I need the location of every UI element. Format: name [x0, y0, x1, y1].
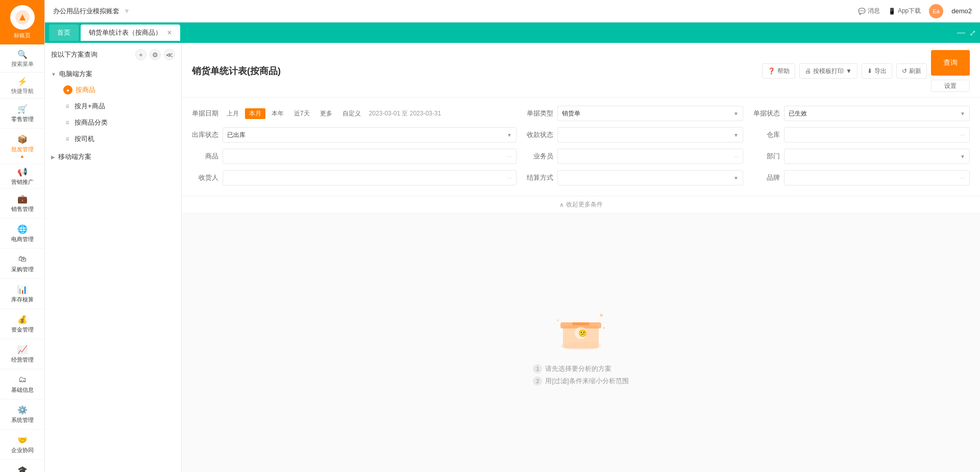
sidebar: 标账页 🔍 搜索菜单 ⚡ 快捷导航 🛒 零售管理 📦 批发管理 ▲ 📢 营销推广… [0, 0, 45, 472]
tree-section-pc-header[interactable]: ▼ 电脑端方案 [45, 66, 181, 82]
message-btn[interactable]: 💬 消息 [858, 7, 880, 15]
avatar[interactable]: Ea [929, 4, 943, 18]
sidebar-item-enterprise[interactable]: 🤝 企业协同 [0, 430, 44, 460]
finance-icon: 💰 [17, 314, 28, 324]
date-tab-this-year[interactable]: 本年 [267, 108, 288, 119]
payment-status-control[interactable]: ▼ [557, 127, 743, 143]
date-tab-more[interactable]: 更多 [316, 108, 336, 119]
by-goods-label: 按商品 [76, 85, 95, 95]
empty-tips: 1 请先选择要分析的方案 2 用[过滤]条件来缩小分析范围 [533, 364, 628, 386]
storage-control[interactable]: ··· [784, 127, 970, 143]
date-filter: 上月 本月 本年 近7天 更多 自定义 2023-03-01 至 2023-03… [223, 108, 517, 119]
doc-type-control[interactable]: 销货单 ▼ [557, 106, 743, 121]
tree-item-by-goods[interactable]: ● 按商品 [45, 82, 181, 98]
refresh-label: 刷新 [909, 67, 921, 76]
sidebar-item-marketing-label: 营销推广 [11, 178, 34, 186]
tab-minimize-icon[interactable]: — [957, 28, 965, 38]
sidebar-item-ecommerce[interactable]: 🌐 电商管理 [0, 219, 44, 249]
app-header: 办公用品行业模拟账套 ▼ 💬 消息 📱 App下载 Ea demo2 [45, 0, 980, 22]
sidebar-item-sales[interactable]: 💼 销售管理 [0, 188, 44, 219]
sidebar-item-marketing[interactable]: 📢 营销推广 [0, 164, 44, 188]
tip-text-2: 用[过滤]条件来缩小分析范围 [545, 376, 628, 386]
tab-home[interactable]: 首页 [49, 25, 79, 41]
ecommerce-icon: 🌐 [17, 224, 28, 234]
sidebar-item-inventory[interactable]: 📊 库存核算 [0, 279, 44, 309]
header-right: 💬 消息 📱 App下载 Ea demo2 [858, 4, 972, 18]
doc-status-control[interactable]: 已生效 ▼ [784, 106, 970, 121]
brand-label: 品牌 [753, 173, 784, 182]
sidebar-item-wholesale[interactable]: 📦 批发管理 ▲ [0, 129, 44, 164]
payment-status-label: 收款状态 [527, 130, 557, 139]
tab-bar: 首页 销货单统计表（按商品） ✕ — ⤢ [45, 22, 980, 43]
sidebar-item-purchase-label: 采购管理 [11, 266, 34, 273]
storage-label: 仓库 [753, 130, 784, 139]
department-control[interactable]: ▼ [784, 149, 970, 164]
doc-status-arrow: ▼ [960, 111, 965, 116]
date-range: 2023-03-01 至 2023-03-31 [369, 109, 441, 118]
export-label: 导出 [874, 67, 887, 76]
tree-section-mobile-header[interactable]: ▶ 移动端方案 [45, 149, 181, 164]
payment-method-control[interactable]: ▼ [557, 170, 743, 185]
query-btn[interactable]: 查询 [931, 50, 970, 76]
payment-status-arrow: ▼ [733, 132, 739, 138]
salesperson-control[interactable]: ··· [557, 149, 743, 164]
receiver-control[interactable]: ··· [223, 170, 517, 185]
filter-department: 部门 ▼ [753, 149, 970, 164]
sidebar-item-retail[interactable]: 🛒 零售管理 [0, 99, 44, 129]
goods-control[interactable]: ··· [223, 149, 517, 164]
content-area: 按以下方案查询 + ⚙ ≪ ▼ 电脑端方案 ● 按商品 [45, 43, 980, 472]
app-download-btn[interactable]: 📱 App下载 [888, 7, 921, 15]
print-btn[interactable]: 🖨 按模板打印 ▼ [799, 63, 857, 79]
sidebar-item-ecommerce-label: 电商管理 [11, 235, 34, 243]
add-scheme-btn[interactable]: + [135, 49, 146, 60]
svg-point-9 [603, 327, 605, 329]
collapse-btn[interactable]: ∧ 收起更多条件 [559, 200, 603, 209]
app-label: App下载 [898, 7, 921, 15]
header-dropdown-icon[interactable]: ▼ [124, 7, 130, 15]
storage-dots: ··· [960, 131, 965, 138]
sidebar-item-finance[interactable]: 💰 资金管理 [0, 309, 44, 339]
tab-sales-stat[interactable]: 销货单统计表（按商品） ✕ [81, 25, 180, 41]
date-tab-custom[interactable]: 自定义 [338, 108, 365, 119]
tree-item-by-month-goods[interactable]: ≡ 按月+商品 [45, 98, 181, 114]
collapse-panel-btn[interactable]: ≪ [164, 49, 175, 60]
tip-num-2: 2 [533, 376, 542, 386]
sidebar-item-inventory-label: 库存核算 [11, 296, 34, 303]
tab-maximize-icon[interactable]: ⤢ [969, 28, 976, 38]
date-tab-this-month[interactable]: 本月 [245, 108, 265, 119]
sidebar-item-newbie[interactable]: 🎓 新手引导 [0, 460, 44, 472]
brand-control[interactable]: ··· [784, 170, 970, 185]
settings-btn[interactable]: 设置 [931, 80, 970, 92]
date-tab-7days[interactable]: 近7天 [290, 108, 314, 119]
right-panel: 销货单统计表(按商品) ❓ 帮助 🖨 按模板打印 ▼ ⬇ 导出 [182, 43, 980, 472]
filter-area: 单据日期 上月 本月 本年 近7天 更多 自定义 2023-03-01 至 20… [182, 98, 980, 196]
warehouse-status-arrow: ▼ [507, 132, 512, 138]
panel-actions: + ⚙ ≪ [135, 49, 175, 60]
tree-item-by-category[interactable]: ≡ 按商品分类 [45, 114, 181, 131]
page-title: 销货单统计表(按商品) [192, 65, 281, 77]
sidebar-item-basic[interactable]: 🗂 基础信息 [0, 369, 44, 399]
print-dropdown-icon[interactable]: ▼ [846, 67, 852, 75]
filter-row-4: 收货人 ··· 结算方式 ▼ [192, 170, 970, 185]
tree-item-by-cashier[interactable]: ≡ 按司机 [45, 131, 181, 147]
edit-scheme-btn[interactable]: ⚙ [150, 49, 161, 60]
wholesale-icon: 📦 [17, 134, 28, 144]
date-tab-last-month[interactable]: 上月 [223, 108, 243, 119]
export-btn[interactable]: ⬇ 导出 [862, 63, 892, 79]
help-btn[interactable]: ❓ 帮助 [762, 63, 795, 79]
sidebar-item-purchase[interactable]: 🛍 采购管理 [0, 249, 44, 279]
quick-nav-item[interactable]: ⚡ 快捷导航 [0, 73, 44, 99]
refresh-btn[interactable]: ↺ 刷新 [896, 63, 927, 79]
search-menu-item[interactable]: 🔍 搜索菜单 [0, 44, 44, 73]
sidebar-item-wholesale-label: 批发管理 [11, 146, 34, 153]
svg-text:😕: 😕 [578, 329, 587, 338]
by-category-label: 按商品分类 [75, 118, 108, 127]
tab-close-icon[interactable]: ✕ [167, 29, 172, 36]
operation-icon: 📈 [17, 344, 28, 355]
salesperson-dots: ··· [733, 153, 739, 160]
sidebar-item-operation[interactable]: 📈 经营管理 [0, 339, 44, 369]
filter-goods: 商品 ··· [192, 149, 517, 164]
sidebar-item-system[interactable]: ⚙️ 系统管理 [0, 399, 44, 430]
filter-date: 单据日期 上月 本月 本年 近7天 更多 自定义 2023-03-01 至 20… [192, 108, 517, 119]
warehouse-status-control[interactable]: 已出库 ▼ [223, 127, 517, 143]
